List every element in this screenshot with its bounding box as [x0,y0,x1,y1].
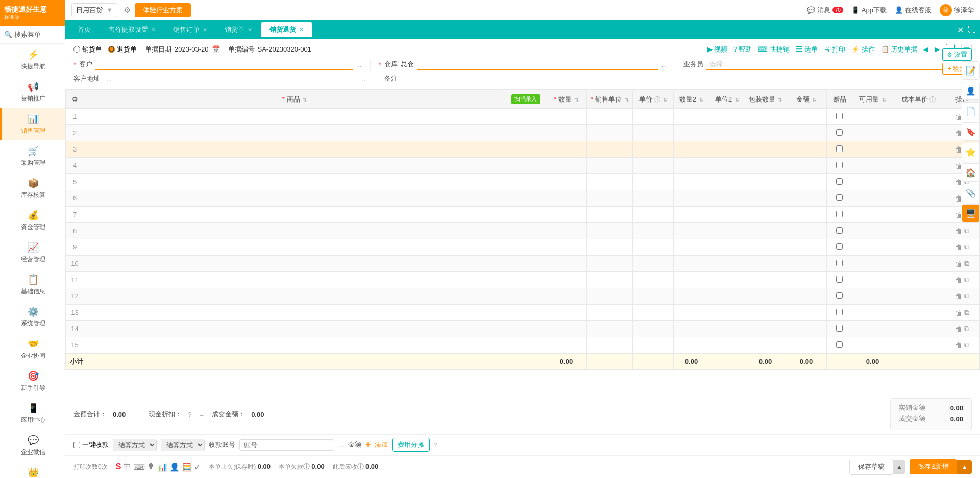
gift-cell[interactable] [827,109,852,125]
sales-unit-cell[interactable] [587,190,633,207]
qty2-cell[interactable] [674,207,709,223]
customer-dots-btn[interactable]: ... [356,61,362,68]
delete-row-icon[interactable]: 🗑 [955,325,962,333]
sales-unit-cell[interactable] [587,321,633,337]
amount-cell[interactable] [786,207,827,223]
product-cell[interactable] [84,288,505,305]
remark-input[interactable] [401,73,972,84]
quantity-cell[interactable] [546,288,587,305]
delete-row-icon[interactable]: 🗑 [955,178,962,186]
delete-row-icon[interactable]: 🗑 [955,194,962,203]
available-cell[interactable] [852,239,893,256]
sales-unit-cell[interactable] [587,125,633,141]
product-cell[interactable] [84,125,505,141]
sales-unit-cell[interactable] [587,207,633,223]
sales-unit-cell[interactable] [587,141,633,158]
sidebar-item-basic[interactable]: 📋 基础信息 [0,269,65,301]
amount-cell[interactable] [786,239,827,256]
pkg-qty-cell[interactable] [745,337,786,354]
unit2-cell[interactable] [709,141,745,158]
tab-sales-delivery-close-icon[interactable]: ✕ [248,27,252,33]
available-cell[interactable] [852,174,893,190]
sort-price-icon[interactable]: ⇅ [663,97,667,103]
sidebar-item-sales[interactable]: 📊 销售管理 [0,108,65,140]
save-new-chevron-btn[interactable]: ▲ [957,460,972,474]
customer-input[interactable] [95,59,353,70]
cost-unit-cell[interactable] [893,174,944,190]
sidebar-item-enterprise[interactable]: 🤝 企业协同 [0,333,65,365]
gift-cell[interactable] [827,158,852,174]
delete-row-icon[interactable]: 🗑 [955,260,962,268]
gift-cell[interactable] [827,337,852,354]
amount-cell[interactable] [786,337,827,354]
amount-cell[interactable] [786,141,827,158]
cost-unit-cell[interactable] [893,141,944,158]
warehouse-dots-btn[interactable]: ... [662,61,667,68]
copy-row-icon[interactable]: ⧉ [964,275,969,284]
pkg-qty-cell[interactable] [745,256,786,272]
icon-3[interactable]: 🎙 [147,462,155,471]
amount-cell[interactable] [786,109,827,125]
delete-row-icon[interactable]: 🗑 [955,145,962,154]
unit-price-cell[interactable] [633,256,674,272]
account-dots-btn[interactable]: ... [338,441,344,449]
gift-cell[interactable] [827,256,852,272]
qty2-cell[interactable] [674,272,709,288]
cost-unit-cell[interactable] [893,207,944,223]
sales-unit-cell[interactable] [587,272,633,288]
tab-close-all-icon[interactable]: ✕ [957,25,964,35]
amount-cell[interactable] [786,158,827,174]
amount-cell[interactable] [786,223,827,239]
quantity-cell[interactable] [546,207,587,223]
quantity-cell[interactable] [546,125,587,141]
gift-cell[interactable] [827,288,852,305]
tab-price-settings[interactable]: 售价提取设置 ✕ [100,22,164,37]
copy-row-icon[interactable]: ⧉ [964,292,969,300]
save-draft-btn[interactable]: 保存草稿 [849,459,893,475]
sidebar-item-wechat[interactable]: 💬 企业微信 [0,430,65,462]
addr-dots-btn[interactable]: ... [362,75,368,83]
gift-cell[interactable] [827,207,852,223]
unit-price-cell[interactable] [633,109,674,125]
pkg-qty-cell[interactable] [745,321,786,337]
pkg-qty-cell[interactable] [745,158,786,174]
qty2-cell[interactable] [674,337,709,354]
cost-unit-cell[interactable] [893,256,944,272]
salesperson-input[interactable] [706,59,963,70]
sort-quantity-icon[interactable]: ⇅ [575,97,579,103]
cost-unit-cell[interactable] [893,125,944,141]
cost-unit-cell[interactable] [893,272,944,288]
delete-row-icon[interactable]: 🗑 [955,309,962,317]
gift-cell[interactable] [827,141,852,158]
col-settings-icon[interactable]: ⚙ [72,95,78,103]
amount-cell[interactable] [786,288,827,305]
tab-expand-icon[interactable]: ⛶ [968,25,976,34]
pkg-qty-cell[interactable] [745,288,786,305]
industry-dropdown[interactable]: 日用百货 ▼ [71,3,117,17]
tab-price-close-icon[interactable]: ✕ [151,27,156,33]
icon-4[interactable]: 📊 [157,462,167,472]
available-cell[interactable] [852,158,893,174]
tab-home[interactable]: 首页 [69,22,99,37]
tab-sales-delivery[interactable]: 销货单 ✕ [216,22,260,37]
delete-row-icon[interactable]: 🗑 [955,243,962,251]
gift-checkbox[interactable] [836,129,843,136]
scan-entry-btn[interactable]: 扫码录入 [511,94,540,104]
gift-checkbox[interactable] [836,145,843,152]
cost-unit-cell[interactable] [893,321,944,337]
sidebar-item-inventory[interactable]: 📦 库存核算 [0,172,65,205]
quantity-cell[interactable] [546,305,587,321]
gift-checkbox[interactable] [836,243,843,250]
gift-cell[interactable] [827,223,852,239]
rf-bookmark-btn[interactable]: 🔖 [962,122,980,141]
gift-cell[interactable] [827,305,852,321]
unit-price-cell[interactable] [633,125,674,141]
print-btn[interactable]: 🖨 打印 [824,45,846,54]
sort-amount-icon[interactable]: ⇅ [812,97,816,103]
sidebar-item-apps[interactable]: 📱 应用中心 [0,397,65,430]
tab-sales-order[interactable]: 销售订单 ✕ [165,22,215,37]
qty2-cell[interactable] [674,109,709,125]
quantity-cell[interactable] [546,272,587,288]
qty2-cell[interactable] [674,125,709,141]
unit-price-cell[interactable] [633,223,674,239]
